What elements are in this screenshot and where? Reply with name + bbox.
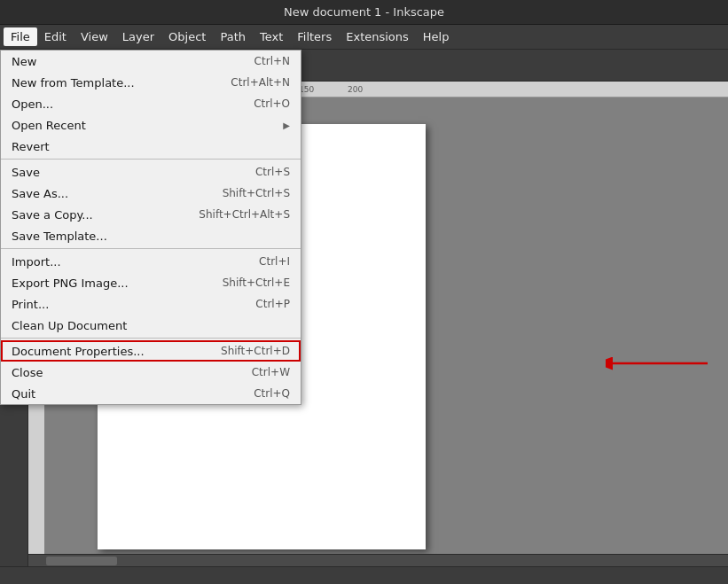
file-menu-dropdown: New Ctrl+N New from Template... Ctrl+Alt… (0, 50, 301, 405)
menu-file[interactable]: File (4, 27, 37, 46)
menu-item-quit[interactable]: Quit Ctrl+Q (1, 383, 301, 404)
menu-layer[interactable]: Layer (115, 27, 161, 46)
menu-item-close[interactable]: Close Ctrl+W (1, 362, 301, 383)
menu-item-open-recent[interactable]: Open Recent ▶ (1, 114, 301, 136)
separator-2 (1, 248, 301, 249)
window-title: New document 1 - Inkscape (284, 5, 444, 19)
menu-item-open[interactable]: Open... Ctrl+O (1, 93, 301, 114)
menu-object[interactable]: Object (161, 27, 213, 46)
menu-bar: File Edit View Layer Object Path Text Fi… (0, 25, 728, 50)
menu-filters[interactable]: Filters (290, 27, 339, 46)
menu-item-save-copy[interactable]: Save a Copy... Shift+Ctrl+Alt+S (1, 204, 301, 225)
menu-edit[interactable]: Edit (37, 27, 74, 46)
menu-view[interactable]: View (74, 27, 115, 46)
submenu-arrow-icon: ▶ (283, 121, 290, 130)
menu-item-save-template[interactable]: Save Template... (1, 225, 301, 246)
menu-item-new-from-template[interactable]: New from Template... Ctrl+Alt+N (1, 72, 301, 93)
menu-item-new[interactable]: New Ctrl+N (1, 51, 301, 72)
status-bar (0, 566, 728, 584)
separator-3 (1, 338, 301, 339)
scrollbar-thumb[interactable] (46, 557, 117, 565)
svg-text:200: 200 (348, 85, 363, 94)
menu-item-save-as[interactable]: Save As... Shift+Ctrl+S (1, 183, 301, 204)
menu-text[interactable]: Text (253, 27, 290, 46)
menu-item-revert[interactable]: Revert (1, 136, 301, 157)
menu-help[interactable]: Help (416, 27, 457, 46)
menu-item-cleanup[interactable]: Clean Up Document (1, 315, 301, 336)
title-bar: New document 1 - Inkscape (0, 0, 728, 25)
menu-item-print[interactable]: Print... Ctrl+P (1, 293, 301, 315)
separator-1 (1, 159, 301, 160)
menu-item-document-properties[interactable]: Document Properties... Shift+Ctrl+D (1, 340, 301, 362)
menu-item-save[interactable]: Save Ctrl+S (1, 161, 301, 183)
menu-item-import[interactable]: Import... Ctrl+I (1, 251, 301, 272)
menu-item-export-png[interactable]: Export PNG Image... Shift+Ctrl+E (1, 272, 301, 293)
menu-path[interactable]: Path (213, 27, 253, 46)
menu-extensions[interactable]: Extensions (339, 27, 416, 46)
h-scrollbar[interactable] (28, 554, 728, 566)
